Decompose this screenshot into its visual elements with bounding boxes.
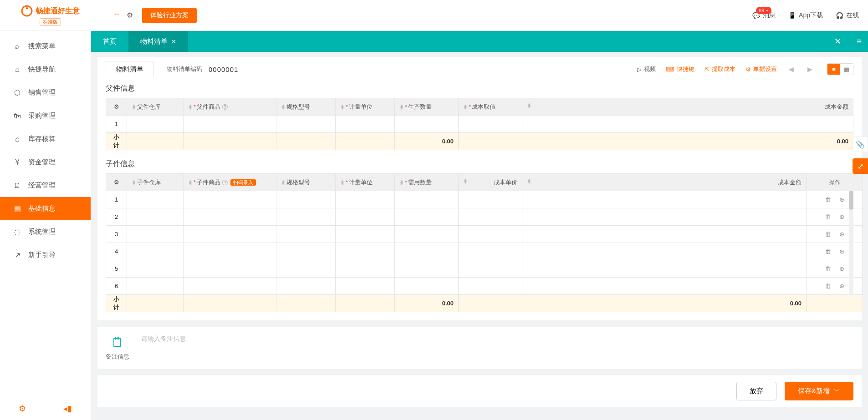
next-doc-icon[interactable]: ▶ <box>806 66 814 73</box>
org-selector[interactable]: ﹀ <box>109 11 120 20</box>
doc-settings-action[interactable]: ⚙单据设置 <box>745 65 777 73</box>
doc-tab[interactable]: 物料清单 <box>106 61 154 77</box>
child-row[interactable]: 1🗑⊕ <box>106 191 863 208</box>
sidebar-settings-icon[interactable]: ⚙ <box>19 404 26 414</box>
play-icon: ▷ <box>637 66 642 73</box>
extract-cost-action[interactable]: ⇱提取成本 <box>705 65 735 73</box>
delete-row-icon[interactable]: 🗑 <box>825 196 831 203</box>
child-col-unit[interactable]: ▲▼*计量单位 <box>336 174 395 191</box>
parent-col-product[interactable]: ▲▼*父件商品? <box>184 98 276 116</box>
prev-doc-icon[interactable]: ◀ <box>787 66 796 73</box>
tab-close-icon[interactable]: ✕ <box>171 38 176 45</box>
remark-input[interactable] <box>141 335 853 353</box>
menu-label: 搜索菜单 <box>28 42 56 51</box>
menu-icon: ⌂ <box>13 135 22 143</box>
sidebar-collapse-icon[interactable]: ◂▮ <box>63 404 72 414</box>
note-icon: 🗒 <box>111 335 124 350</box>
menu-funds[interactable]: ¥资金管理 <box>0 151 91 174</box>
menu-label: 资金管理 <box>28 158 56 167</box>
add-row-icon[interactable]: ⊕ <box>839 196 844 203</box>
parent-col-spec[interactable]: ▲▼规格型号 <box>276 98 336 116</box>
child-col-gear[interactable]: ⚙ <box>106 174 127 191</box>
menu-icon: ↗ <box>13 251 22 259</box>
menu-icon: 🗎 <box>13 182 22 190</box>
menu-guide[interactable]: ↗新手引导 <box>0 243 91 267</box>
cta-button[interactable]: 体验行业方案 <box>142 8 197 23</box>
menu-system[interactable]: ◌系统管理 <box>0 220 91 243</box>
child-col-product[interactable]: ▲▼*子件商品?扫码录入 <box>184 174 276 191</box>
tab-label: 首页 <box>103 37 117 46</box>
help-icon[interactable]: ? <box>222 104 228 110</box>
parent-subtotal-qty: 0.00 <box>395 133 459 150</box>
menu-purchase[interactable]: 🛍采购管理 <box>0 104 91 127</box>
parent-col-amount[interactable]: ▲▼成本金额 <box>522 98 853 116</box>
child-row[interactable]: 5🗑⊕ <box>106 260 863 278</box>
child-row[interactable]: 4🗑⊕ <box>106 243 863 260</box>
messages-button[interactable]: 💬 消息 99 + <box>752 11 776 20</box>
parent-col-gear[interactable]: ⚙ <box>106 98 127 116</box>
svg-point-1 <box>26 7 28 9</box>
menu-icon: ⌕ <box>13 42 22 51</box>
child-col-qty[interactable]: ▲▼*需用数量 <box>395 174 459 191</box>
mobile-icon: 📱 <box>788 12 796 19</box>
delete-row-icon[interactable]: 🗑 <box>825 231 831 238</box>
delete-row-icon[interactable]: 🗑 <box>825 265 831 272</box>
child-col-amount[interactable]: ▲▼成本金额 <box>522 174 807 191</box>
parent-col-warehouse[interactable]: ▲▼父件仓库 <box>127 98 184 116</box>
child-row[interactable]: 2🗑⊕ <box>106 208 863 226</box>
app-download-button[interactable]: 📱 App下载 <box>788 11 823 20</box>
child-col-price[interactable]: ▲▼成本单价 <box>459 174 522 191</box>
tabbar-close-icon[interactable]: ✕ <box>825 36 850 46</box>
menu-inventory[interactable]: ⌂库存核算 <box>0 127 91 151</box>
child-col-spec[interactable]: ▲▼规格型号 <box>276 174 336 191</box>
expand-icon[interactable]: ⤢ <box>853 158 868 174</box>
parent-col-cost-src[interactable]: ▲▼*成本取值 <box>459 98 522 116</box>
menu-quicknav[interactable]: ⌂快捷导航 <box>0 58 91 81</box>
save-and-new-button[interactable]: 保存&新增 ﹀ <box>785 382 853 400</box>
remark-label: 备注信息 <box>106 353 129 361</box>
menu-ops[interactable]: 🗎经营管理 <box>0 174 91 197</box>
menu-label: 销售管理 <box>28 88 56 97</box>
sort-icon: ▲▼ <box>527 103 531 108</box>
shortcut-action[interactable]: ⌨快捷键 <box>666 65 694 73</box>
online-support-button[interactable]: 🎧 在线 <box>836 11 859 20</box>
sort-icon: ▲▼ <box>463 104 468 110</box>
parent-row[interactable]: 1 <box>106 116 853 133</box>
add-row-icon[interactable]: ⊕ <box>839 283 844 289</box>
menu-sales[interactable]: ⬡销售管理 <box>0 81 91 104</box>
add-row-icon[interactable]: ⊕ <box>839 248 844 255</box>
child-row[interactable]: 3🗑⊕ <box>106 226 863 243</box>
child-col-warehouse[interactable]: ▲▼子件仓库 <box>127 174 184 191</box>
parent-col-unit[interactable]: ▲▼*计量单位 <box>336 98 395 116</box>
row-number: 2 <box>106 208 127 226</box>
delete-row-icon[interactable]: 🗑 <box>825 213 831 220</box>
tab-首页[interactable]: 首页 <box>91 31 128 52</box>
chevron-down-icon: ﹀ <box>833 387 840 395</box>
add-row-icon[interactable]: ⊕ <box>839 265 844 272</box>
view-card-icon[interactable]: ▦ <box>840 64 853 75</box>
tab-物料清单[interactable]: 物料清单✕ <box>128 31 188 52</box>
child-scroll-thumb[interactable] <box>849 191 853 210</box>
child-scrollbar[interactable] <box>849 191 853 295</box>
help-icon[interactable]: ? <box>222 180 228 185</box>
child-row[interactable]: 6🗑⊕ <box>106 278 863 295</box>
video-action[interactable]: ▷视频 <box>637 65 656 73</box>
scan-badge[interactable]: 扫码录入 <box>230 179 256 186</box>
sort-icon: ▲▼ <box>527 178 531 184</box>
parent-col-qty[interactable]: ▲▼*生产数量 <box>395 98 459 116</box>
add-row-icon[interactable]: ⊕ <box>839 213 844 220</box>
menu-label: 采购管理 <box>28 111 56 120</box>
discard-button[interactable]: 放弃 <box>736 382 776 400</box>
content-area: 物料清单 物料清单编码 0000001 ▷视频 ⌨快捷键 ⇱提取成本 ⚙单据设置… <box>91 52 868 420</box>
add-row-icon[interactable]: ⊕ <box>839 231 844 238</box>
tabbar-menu-icon[interactable]: ≡ <box>850 37 868 46</box>
delete-row-icon[interactable]: 🗑 <box>825 283 831 289</box>
menu-basicinfo[interactable]: ▤基础信息 <box>0 197 91 220</box>
delete-row-icon[interactable]: 🗑 <box>825 248 831 255</box>
attachment-icon[interactable]: 📎 <box>853 137 868 152</box>
view-list-icon[interactable]: ≡ <box>827 64 840 75</box>
row-number: 1 <box>106 116 127 133</box>
menu-search[interactable]: ⌕搜索菜单 <box>0 35 91 58</box>
tabbar: 首页物料清单✕ ✕ ≡ <box>91 31 868 52</box>
org-settings-icon[interactable]: ⚙ <box>127 11 133 20</box>
